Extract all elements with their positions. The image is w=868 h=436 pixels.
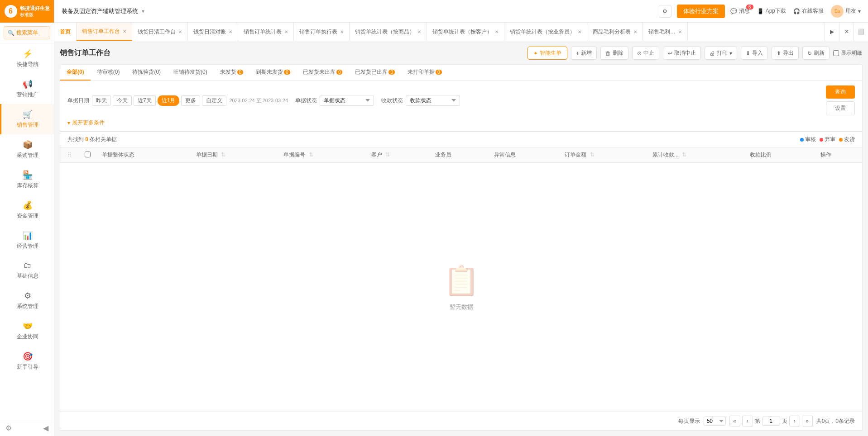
- print-button[interactable]: 🖨 打印 ▾: [705, 47, 737, 60]
- tab-cash-daily[interactable]: 钱货日清工作台 ✕: [132, 23, 188, 41]
- message-icon: 💬: [730, 8, 737, 14]
- ship-action-button[interactable]: 发货: [839, 136, 855, 143]
- expired-unshipped-badge: 0: [284, 70, 290, 75]
- table-col-collected[interactable]: 累计收款... ⇅: [647, 147, 744, 163]
- tab-sales-workbench[interactable]: 销售订单工作台 ✕: [77, 23, 132, 41]
- first-page-button[interactable]: «: [729, 416, 740, 427]
- export-button[interactable]: ⬆ 导出: [772, 47, 799, 60]
- close-tab-product-gross[interactable]: ✕: [633, 29, 637, 34]
- collapse-icon[interactable]: ◀: [43, 424, 48, 432]
- close-tab-sales-summary-product[interactable]: ✕: [417, 29, 421, 34]
- close-tab-sales-stats[interactable]: ✕: [284, 29, 288, 34]
- last-page-button[interactable]: »: [802, 416, 813, 427]
- tab-product-gross[interactable]: 商品毛利分析表 ✕: [587, 23, 643, 41]
- cancel-review-action-button[interactable]: 弃审: [820, 136, 835, 143]
- date-btn-custom[interactable]: 自定义: [202, 95, 226, 106]
- online-service-button[interactable]: 🎧 在线客服: [793, 7, 824, 15]
- stop-button[interactable]: ⊘ 中止: [632, 47, 659, 60]
- app-download-button[interactable]: 📱 App下载: [757, 7, 786, 15]
- page-input[interactable]: [762, 417, 780, 426]
- date-filter: 单据日期 昨天 今天 近7天 近1月 更多 自定义 2023-02-24 至 2…: [67, 95, 288, 106]
- tab-sales-stats[interactable]: 销售订单统计表 ✕: [238, 23, 294, 41]
- delete-button[interactable]: 🗑 删除: [600, 47, 628, 60]
- subtab-wangpu-pending[interactable]: 旺铺待发货(0): [167, 65, 214, 81]
- sidebar-item-cooperation[interactable]: 🤝 企业协同: [0, 316, 54, 346]
- cancel-stop-button[interactable]: ↩ 取消中止: [663, 47, 701, 60]
- select-all-checkbox[interactable]: [85, 152, 91, 157]
- review-action-button[interactable]: 审核: [800, 136, 816, 143]
- user-menu[interactable]: Ea 用友 ▾: [831, 5, 861, 18]
- close-tab-sales-execute[interactable]: ✕: [340, 29, 344, 34]
- title-dropdown-icon[interactable]: ▾: [142, 8, 144, 14]
- sidebar-item-basic-info[interactable]: 🗂 基础信息: [0, 256, 54, 285]
- date-btn-yesterday[interactable]: 昨天: [92, 95, 111, 106]
- tab-sales-summary-staff[interactable]: 销货单统计表（按业务员） ✕: [504, 23, 587, 41]
- prev-page-button[interactable]: ‹: [742, 416, 753, 427]
- search-menu-button[interactable]: 🔍 搜索菜单: [4, 26, 50, 39]
- sidebar-item-inventory[interactable]: 🏪 库存核算: [0, 165, 54, 195]
- payment-select[interactable]: 收款状态: [406, 95, 460, 106]
- tab-sales-summary-customer[interactable]: 销货单统计表（按客户） ✕: [427, 23, 504, 41]
- query-button[interactable]: 查询: [826, 85, 855, 99]
- sidebar-item-finance[interactable]: 💰 资金管理: [0, 195, 54, 225]
- import-button[interactable]: ⬇ 导入: [741, 47, 768, 60]
- filter-settings-button[interactable]: 设置: [826, 101, 855, 115]
- topbar-gear-button[interactable]: ⚙: [659, 5, 671, 18]
- tab-sales-execute[interactable]: 销售订单执行表 ✕: [294, 23, 350, 41]
- subtab-shipped-out[interactable]: 已发货已出库0: [349, 65, 401, 81]
- next-page-button[interactable]: ›: [789, 416, 800, 427]
- sidebar-item-purchase[interactable]: 📦 采购管理: [0, 134, 54, 165]
- message-button[interactable]: 💬 消息 6: [730, 7, 750, 15]
- sidebar-item-system[interactable]: ⚙ 系统管理: [0, 285, 54, 316]
- filter-row-1: 单据日期 昨天 今天 近7天 近1月 更多 自定义 2023-02-24 至 2…: [67, 85, 855, 115]
- ai-generate-button[interactable]: ✦ 智能生单: [528, 47, 567, 60]
- date-btn-today[interactable]: 今天: [113, 95, 132, 106]
- table-col-customer[interactable]: 客户 ⇅: [366, 147, 430, 163]
- sidebar-item-quick-nav[interactable]: ⚡ 快捷导航: [0, 43, 54, 74]
- refresh-button[interactable]: ↻ 刷新: [802, 47, 830, 60]
- tab-sales-more[interactable]: 销售毛利… ✕: [643, 23, 688, 41]
- sidebar-item-marketing[interactable]: 📢 营销推广: [0, 74, 54, 104]
- close-tab-sales-summary-staff[interactable]: ✕: [578, 29, 581, 34]
- per-page-select[interactable]: 50 10 20 100: [704, 417, 726, 426]
- subtab-unshipped[interactable]: 未发货0: [214, 65, 250, 81]
- date-btn-7days[interactable]: 近7天: [134, 95, 156, 106]
- tab-cash-reconcile[interactable]: 钱货日清对账 ✕: [188, 23, 238, 41]
- close-tab-cash-daily[interactable]: ✕: [178, 29, 182, 34]
- subtab-shipped-not-out[interactable]: 已发货未出库0: [297, 65, 349, 81]
- close-tab-sales-summary-customer[interactable]: ✕: [495, 29, 499, 34]
- sidebar-item-guide[interactable]: 🎯 新手引导: [0, 346, 54, 376]
- tab-sales-summary-product[interactable]: 销货单统计表（按商品） ✕: [350, 23, 427, 41]
- subtab-expired-unshipped[interactable]: 到期未发货0: [249, 65, 297, 81]
- tab-home[interactable]: 首页: [54, 23, 77, 41]
- table-col-checkbox[interactable]: [78, 147, 96, 163]
- subtab-unprinted[interactable]: 未打印单据0: [401, 65, 448, 81]
- status-select[interactable]: 单据状态: [320, 95, 374, 106]
- close-tab-cash-reconcile[interactable]: ✕: [229, 29, 232, 34]
- subtab-all[interactable]: 全部(0): [60, 65, 91, 81]
- settings-icon[interactable]: ⚙: [5, 424, 12, 432]
- tab-maximize[interactable]: ⬜: [854, 23, 868, 41]
- table-col-number[interactable]: 单据编号 ⇅: [278, 147, 366, 163]
- finance-icon: 💰: [23, 200, 33, 210]
- expand-filter-button[interactable]: ▾ 展开更多条件: [67, 119, 855, 127]
- add-button[interactable]: + 新增: [571, 47, 597, 60]
- topbar: 装备及固定资产辅助管理系统 ▾ ⚙ 体验行业方案 💬 消息 6 📱 App下载 …: [54, 0, 868, 23]
- subtab-pending-review[interactable]: 待审核(0): [91, 65, 126, 81]
- subtab-pending-inspect[interactable]: 待拣验货(0): [126, 65, 167, 81]
- close-tab-sales-more[interactable]: ✕: [678, 29, 682, 34]
- table-scroll-container[interactable]: ⠿ 单据整体状态 单据日期 ⇅: [60, 147, 862, 163]
- show-detail-checkbox[interactable]: [833, 50, 839, 56]
- table-col-amount[interactable]: 订单金额 ⇅: [559, 147, 647, 163]
- date-btn-more[interactable]: 更多: [181, 95, 200, 106]
- sidebar-item-operations[interactable]: 📊 经营管理: [0, 225, 54, 256]
- close-tab-sales-workbench[interactable]: ✕: [123, 29, 126, 34]
- date-btn-1month[interactable]: 近1月: [158, 95, 180, 106]
- tab-close-all[interactable]: ✕: [839, 23, 854, 41]
- trial-button[interactable]: 体验行业方案: [677, 5, 725, 18]
- show-detail-checkbox-label[interactable]: 显示明细: [833, 49, 863, 57]
- guide-icon: 🎯: [23, 351, 33, 361]
- sidebar-item-sales[interactable]: 🛒 销售管理: [0, 104, 54, 134]
- table-col-date[interactable]: 单据日期 ⇅: [191, 147, 278, 163]
- tab-scroll-right[interactable]: ▶: [825, 23, 839, 41]
